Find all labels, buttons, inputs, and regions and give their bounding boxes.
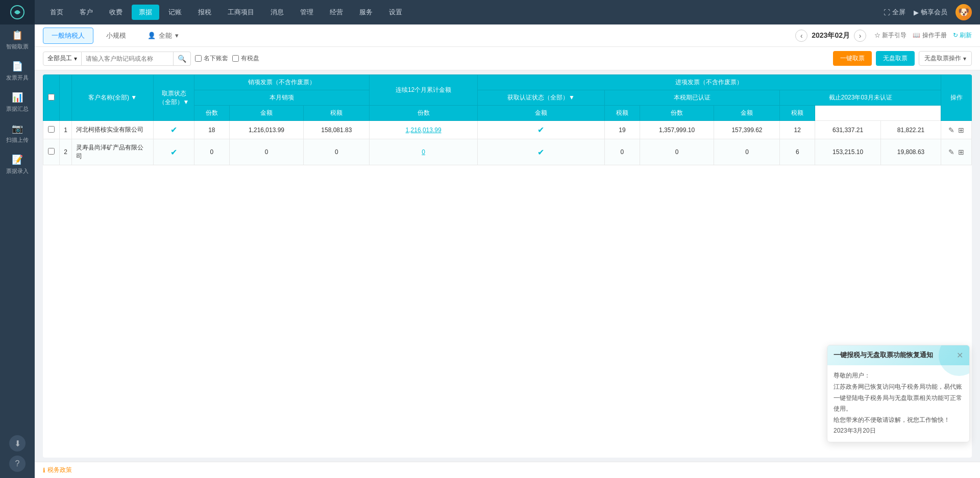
row1-sales-tax: 158,081.83 <box>304 121 370 139</box>
sidebar-help-btn[interactable]: ? <box>9 456 26 472</box>
vip-label: 畅享会员 <box>921 8 947 17</box>
prev-month-btn[interactable]: ‹ <box>795 30 807 42</box>
tax-disk-checkbox[interactable] <box>232 55 239 62</box>
row1-sales-amount: 1,216,013.99 <box>229 121 304 139</box>
sidebar-item-label-ticket-summary: 票据汇总 <box>6 105 29 113</box>
nav-manage[interactable]: 管理 <box>293 5 321 20</box>
row2-cert-status: ✔ <box>477 139 604 165</box>
notification-popup: 一键报税与无盘取票功能恢复通知 ✕ 尊敬的用户： 江苏政务网已恢复访问电子税务局… <box>827 345 970 442</box>
th-checkbox <box>43 75 60 121</box>
tax-disk-checkbox-text: 有税盘 <box>241 54 259 63</box>
sidebar-item-invoice-issue[interactable]: 📄 发票开具 <box>0 56 35 87</box>
row1-uncert-tax: 81,822.21 <box>881 121 941 139</box>
row2-uncert-tax: 19,808.63 <box>881 139 941 165</box>
notif-line3: 给您带来的不便敬请谅解，祝您工作愉快！ <box>834 415 963 426</box>
manual-icon: 📖 <box>913 32 920 39</box>
search-button[interactable]: 🔍 <box>174 52 191 66</box>
nav-commerce[interactable]: 工商项目 <box>220 5 261 20</box>
sidebar-item-label-smart-ticket: 智能取票 <box>6 43 29 51</box>
fullscreen-btn[interactable]: ⛶ 全屏 <box>884 8 905 17</box>
vip-btn[interactable]: ▶ 畅享会员 <box>914 8 947 17</box>
row1-customer: 河北柯搭桉实业有限公司 <box>72 121 154 139</box>
employee-selector-label: 全部员工 <box>47 54 72 63</box>
th-cert-status: 获取认证状态（全部）▼ <box>477 90 604 106</box>
nav-settings[interactable]: 设置 <box>382 5 409 20</box>
notif-decor-shape <box>939 345 969 376</box>
nav-accounting[interactable]: 记账 <box>161 5 189 20</box>
tab-small-scale[interactable]: 小规模 <box>97 28 135 44</box>
th-cert-count: 份数 <box>370 106 478 121</box>
row2-sales-count: 0 <box>194 139 230 165</box>
refresh-icon: ↻ <box>953 32 958 39</box>
nav-tax[interactable]: 报税 <box>191 5 218 20</box>
account-checkbox[interactable] <box>195 55 202 62</box>
th-action: 操作 <box>941 75 972 121</box>
no-disk-ops-label: 无盘取票操作 <box>924 54 961 63</box>
tax-disk-checkbox-label[interactable]: 有税盘 <box>232 54 259 63</box>
row1-view-icon[interactable]: ⊞ <box>958 126 964 134</box>
th-sales-count: 份数 <box>194 106 230 121</box>
row1-uncert-count: 12 <box>780 121 815 139</box>
th-customer: 客户名称(全部) ▼ <box>72 75 154 121</box>
tab-general-taxpayer[interactable]: 一般纳税人 <box>43 28 93 44</box>
notif-decor <box>928 345 969 376</box>
sidebar: 📋 智能取票 📄 发票开具 📊 票据汇总 📷 扫描上传 📝 票据录入 ⬇ ? <box>0 0 35 478</box>
tab-general-taxpayer-label: 一般纳税人 <box>52 31 85 40</box>
th-no <box>60 75 72 121</box>
nav-service[interactable]: 服务 <box>352 5 380 20</box>
row2-cert-tax: 0 <box>714 139 780 165</box>
th-purchase-uncert: 截止2023年03月未认证 <box>780 90 941 106</box>
customer-search-input[interactable] <box>82 52 174 66</box>
row2-no: 2 <box>60 139 72 165</box>
th-cert-amount: 金额 <box>477 106 604 121</box>
nav-operations[interactable]: 经营 <box>323 5 350 20</box>
sidebar-item-ticket-summary[interactable]: 📊 票据汇总 <box>0 87 35 118</box>
no-disk-ticket-btn[interactable]: 无盘取票 <box>876 51 915 66</box>
tab-nav-right: ☆ 新手引导 📖 操作手册 ↻ 刷新 <box>874 31 972 40</box>
sidebar-item-scan-upload[interactable]: 📷 扫描上传 <box>0 118 35 149</box>
nav-home[interactable]: 首页 <box>43 5 70 20</box>
ticket-entry-icon: 📝 <box>12 154 23 165</box>
select-all-checkbox[interactable] <box>48 94 55 100</box>
th-sales-amount: 金额 <box>229 106 304 121</box>
row1-checkbox[interactable] <box>43 121 60 139</box>
th-purchase-group: 进项发票（不含作废票） <box>477 75 941 90</box>
no-disk-ops-btn[interactable]: 无盘取票操作 ▾ <box>919 51 972 66</box>
sidebar-download-btn[interactable]: ⬇ <box>9 435 26 451</box>
notif-date: 2023年3月20日 <box>834 425 963 437</box>
row2-customer: 灵寿县尚泽矿产品有限公司 <box>72 139 154 165</box>
employee-dropdown-icon: ▾ <box>74 55 77 62</box>
row1-status: ✔ <box>154 121 194 139</box>
new-guide-btn[interactable]: ☆ 新手引导 <box>874 31 906 40</box>
next-month-btn[interactable]: › <box>854 30 866 42</box>
nav-message[interactable]: 消息 <box>263 5 291 20</box>
nav-customer[interactable]: 客户 <box>72 5 100 20</box>
row2-cumulative: 0 <box>370 139 478 165</box>
sidebar-item-label-scan-upload: 扫描上传 <box>6 136 29 144</box>
row1-status-icon: ✔ <box>170 125 177 134</box>
one-click-ticket-btn[interactable]: 一键取票 <box>833 51 872 66</box>
notif-body: 尊敬的用户： 江苏政务网已恢复访问电子税务局功能，易代账一键登陆电子税务局与无盘… <box>827 365 969 442</box>
th-sales-month: 本月销项 <box>194 90 370 106</box>
account-checkbox-label[interactable]: 名下账套 <box>195 54 228 63</box>
th-uncert-tax: 税额 <box>780 106 815 121</box>
row2-view-icon[interactable]: ⊞ <box>958 148 964 156</box>
nav-ticket[interactable]: 票据 <box>132 5 159 20</box>
dropdown-arrow-icon: ▾ <box>963 55 966 62</box>
employee-selector[interactable]: 全部员工 ▾ <box>43 52 82 66</box>
user-avatar[interactable]: 🐶 <box>955 4 972 20</box>
tab-all-capability[interactable]: 👤 全能 ▾ <box>139 28 187 44</box>
tax-policy-label: 税务政策 <box>47 466 72 474</box>
th-status: 取票状态（全部）▼ <box>154 75 194 121</box>
manual-btn[interactable]: 📖 操作手册 <box>913 31 946 40</box>
row2-edit-icon[interactable]: ✎ <box>948 148 954 156</box>
tax-policy-link[interactable]: ℹ 税务政策 <box>43 466 72 474</box>
row2-checkbox[interactable] <box>43 139 60 165</box>
sidebar-item-ticket-entry[interactable]: 📝 票据录入 <box>0 149 35 180</box>
nav-fee[interactable]: 收费 <box>102 5 130 20</box>
refresh-btn[interactable]: ↻ 刷新 <box>953 31 972 40</box>
row1-edit-icon[interactable]: ✎ <box>948 126 954 134</box>
chevron-down-icon: ▾ <box>175 32 179 39</box>
sidebar-item-smart-ticket[interactable]: 📋 智能取票 <box>0 24 35 56</box>
row2-sales-tax: 0 <box>304 139 370 165</box>
